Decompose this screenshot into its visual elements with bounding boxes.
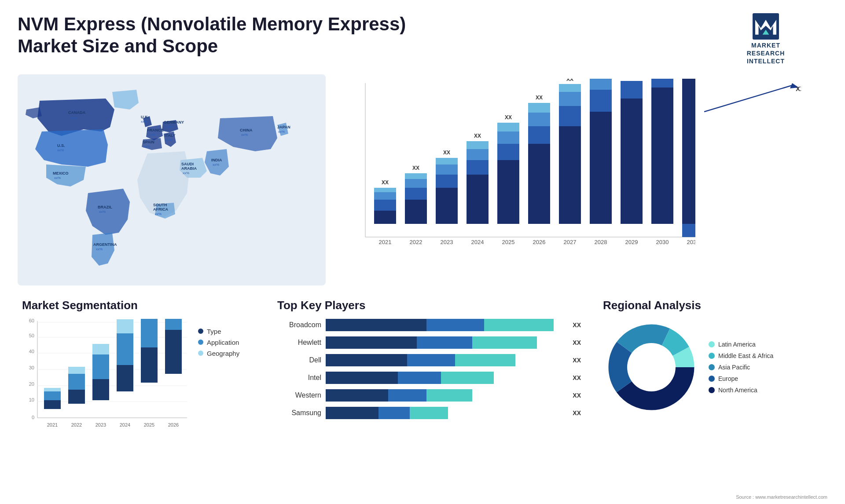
dot-northamerica	[709, 387, 715, 393]
svg-text:XX: XX	[382, 179, 389, 186]
source-text: Source : www.marketresearchintellect.com	[736, 494, 827, 500]
mexico-label: MEXICO	[53, 171, 69, 175]
svg-rect-41	[528, 113, 550, 126]
svg-text:XX: XX	[412, 165, 419, 171]
player-bar-intel	[326, 372, 566, 384]
svg-rect-64	[682, 79, 695, 224]
svg-rect-12	[374, 188, 396, 192]
svg-text:XX: XX	[536, 95, 543, 101]
svg-text:2029: 2029	[625, 239, 638, 245]
bar-mid-broadcom	[426, 319, 484, 331]
germany-label: GERMANY	[164, 120, 184, 124]
regional-legend-latin: Latin America	[709, 341, 773, 348]
india-value: xx%	[213, 163, 219, 167]
svg-rect-42	[528, 103, 550, 113]
player-xx-dell: XX	[573, 357, 581, 364]
svg-rect-29	[467, 149, 489, 160]
svg-rect-22	[436, 175, 458, 188]
player-name-broadcom: Broadcom	[277, 321, 321, 329]
svg-rect-99	[141, 347, 158, 383]
svg-text:2023: 2023	[441, 239, 453, 245]
main-grid: CANADA xx% U.S. xx% MEXICO xx% BRAZIL xx…	[18, 74, 827, 438]
svg-rect-48	[559, 84, 581, 92]
bar-light-hewlett	[472, 336, 537, 349]
saudi-label2: ARABIA	[181, 166, 197, 171]
svg-text:2030: 2030	[656, 239, 669, 245]
svg-rect-11	[374, 192, 396, 200]
legend-dot-application	[198, 340, 203, 345]
india-label: INDIA	[211, 158, 222, 162]
bar-light-western	[426, 389, 472, 402]
japan-label: JAPAN	[277, 125, 290, 129]
svg-rect-53	[590, 79, 612, 90]
legend-geography: Geography	[198, 350, 239, 357]
svg-text:XX: XX	[796, 85, 801, 92]
svg-line-4	[704, 85, 792, 112]
svg-rect-33	[497, 160, 519, 224]
china-value: xx%	[241, 133, 248, 137]
player-name-samsung: Samsung	[277, 409, 321, 417]
legend-application: Application	[198, 339, 239, 346]
brazil-value: xx%	[99, 210, 106, 214]
svg-rect-65	[682, 224, 695, 237]
player-bar-western	[326, 389, 566, 402]
svg-rect-9	[374, 211, 396, 224]
seg-bottom: 0 10 20 30 40 50 60	[22, 319, 255, 433]
us-value: xx%	[57, 148, 64, 152]
canada-label: CANADA	[68, 110, 85, 115]
donut-chart	[603, 319, 700, 416]
svg-rect-45	[559, 126, 581, 224]
player-xx-broadcom: XX	[573, 321, 581, 329]
bar-dark-dell	[326, 354, 407, 366]
regional-legend: Latin America Middle East & Africa Asia …	[709, 341, 773, 394]
players-list: Broadcom XX Hewlett	[277, 319, 581, 419]
mexico-value: xx%	[54, 176, 61, 180]
bar-light-samsung	[410, 407, 448, 419]
svg-text:20: 20	[29, 381, 34, 387]
southafrica-label: SOUTH	[153, 203, 167, 207]
legend-type-label: Type	[207, 328, 221, 335]
player-row-western: Western XX	[277, 389, 581, 402]
spain-label: SPAIN	[143, 140, 154, 144]
bar-chart-section: XX XX 2021	[334, 74, 827, 285]
player-xx-western: XX	[573, 392, 581, 399]
dot-mea	[709, 353, 715, 359]
players-section: Top Key Players Broadcom XX Hewlett	[273, 294, 585, 438]
bar-dark-intel	[326, 372, 398, 384]
svg-text:2028: 2028	[595, 239, 607, 245]
seg-legend: Type Application Geography	[198, 328, 239, 357]
player-bar-broadcom	[326, 319, 566, 331]
svg-rect-96	[117, 333, 133, 365]
saudi-label: SAUDI	[181, 162, 194, 166]
italy-label: ITALY	[165, 133, 176, 138]
svg-rect-93	[92, 344, 109, 354]
svg-rect-87	[68, 390, 85, 404]
svg-rect-61	[651, 79, 673, 88]
svg-text:2031: 2031	[687, 239, 695, 245]
svg-rect-16	[405, 188, 427, 200]
world-map-svg: CANADA xx% U.S. xx% MEXICO xx% BRAZIL xx…	[18, 74, 326, 285]
bar-mid-samsung	[378, 407, 410, 419]
player-row-samsung: Samsung XX	[277, 407, 581, 419]
regional-section: Regional Analysis	[599, 294, 827, 438]
bar-dark-samsung	[326, 407, 378, 419]
bar-mid-hewlett	[417, 336, 472, 349]
header: NVM Express (Nonvolatile Memory Express)…	[18, 13, 827, 66]
dot-latin	[709, 341, 715, 347]
segmentation-section: Market Segmentation 0 10 20 30 40 50 60	[18, 294, 260, 438]
uk-label: U.K.	[141, 115, 149, 119]
svg-text:2024: 2024	[120, 422, 130, 427]
svg-rect-47	[559, 92, 581, 106]
player-xx-intel: XX	[573, 374, 581, 381]
player-bar-hewlett	[326, 336, 566, 349]
svg-rect-92	[92, 354, 109, 379]
svg-text:2027: 2027	[564, 239, 577, 245]
svg-rect-24	[436, 158, 458, 164]
svg-rect-95	[117, 365, 133, 391]
bar-light-dell	[455, 354, 515, 366]
svg-text:2025: 2025	[144, 422, 154, 427]
svg-rect-103	[165, 319, 182, 330]
logo-icon	[753, 13, 779, 40]
player-row-intel: Intel XX	[277, 372, 581, 384]
svg-text:50: 50	[29, 333, 34, 338]
